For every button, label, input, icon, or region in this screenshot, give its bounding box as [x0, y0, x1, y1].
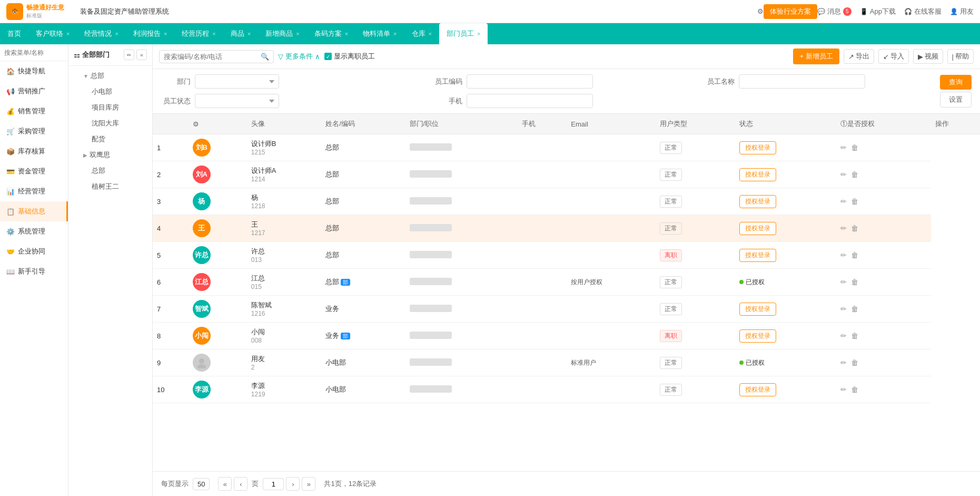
nav-tab-profit[interactable]: 利润报告×	[126, 23, 174, 44]
online-service-btn[interactable]: 🎧 在线客服	[904, 7, 942, 16]
edit-icon[interactable]: ✏	[840, 332, 847, 340]
nav-tab-close-newgoods[interactable]: ×	[296, 31, 299, 37]
sidebar-item-marketing[interactable]: 📢营销推广	[0, 81, 68, 101]
authorize-btn[interactable]: 授权登录	[739, 222, 776, 235]
sidebar-item-sales[interactable]: 💰销售管理	[0, 101, 68, 121]
edit-icon[interactable]: ✏	[840, 251, 847, 259]
search-input[interactable]	[164, 53, 259, 61]
sidebar-item-purchase[interactable]: 🛒采购管理	[0, 121, 68, 141]
delete-icon[interactable]: 🗑	[851, 224, 858, 232]
view-btn[interactable]: ▶ 视频	[913, 49, 943, 64]
show-resigned-toggle[interactable]: ✓ 显示离职员工	[324, 52, 375, 61]
dept-node-bufuwangz[interactable]: 植树王二	[68, 179, 152, 194]
add-employee-button[interactable]: + 新增员工	[793, 48, 839, 64]
dept-node-shuangyinsi[interactable]: ▶双鹰思	[68, 147, 152, 163]
first-page-btn[interactable]: «	[218, 477, 232, 491]
nav-tab-close-business[interactable]: ×	[115, 31, 118, 37]
nav-tab-close-employee[interactable]: ×	[477, 31, 480, 37]
sidebar-item-basic[interactable]: 📋基础信息	[0, 201, 68, 221]
sidebar-item-quick[interactable]: 🏠快捷导航	[0, 61, 68, 81]
dept-node-zongbu2[interactable]: 总部	[68, 163, 152, 179]
trial-button[interactable]: 体验行业方案	[764, 4, 817, 19]
import-btn[interactable]: ↙ 导入	[878, 49, 909, 64]
authorize-btn[interactable]: 授权登录	[739, 195, 776, 208]
dept-edit-btn[interactable]: ✏	[124, 50, 134, 60]
nav-tab-close-barcode[interactable]: ×	[345, 31, 348, 37]
code-input[interactable]	[467, 74, 593, 89]
th-name[interactable]: 姓名/编码	[321, 114, 405, 134]
nav-tab-newgoods[interactable]: 新增商品×	[258, 23, 306, 44]
edit-icon[interactable]: ✏	[840, 170, 847, 179]
authorize-btn[interactable]: 授权登录	[739, 168, 776, 181]
delete-icon[interactable]: 🗑	[851, 385, 858, 394]
nav-tab-warehouse[interactable]: 仓库×	[404, 23, 439, 44]
th-dept[interactable]: 部门/职位	[405, 114, 518, 134]
dept-all-btn[interactable]: ⚏ 全部部门	[74, 50, 110, 60]
page-number-input[interactable]	[263, 478, 284, 490]
sidebar-item-system[interactable]: ⚙️系统管理	[0, 221, 68, 241]
dept-collapse-btn[interactable]: «	[136, 50, 147, 60]
delete-icon[interactable]: 🗑	[851, 197, 858, 206]
nav-tab-bizflow[interactable]: 经营历程×	[174, 23, 223, 44]
dept-node-shenyangdajian[interactable]: 沈阳大库	[68, 115, 152, 131]
edit-icon[interactable]: ✏	[840, 278, 847, 286]
dept-node-xiangmujufang[interactable]: 项目库房	[68, 100, 152, 115]
sidebar-item-stock[interactable]: 📦库存核算	[0, 141, 68, 161]
nav-tab-close-warehouse[interactable]: ×	[429, 31, 432, 37]
sidebar-item-collab[interactable]: 🤝企业协同	[0, 241, 68, 261]
sidebar-search-input[interactable]	[4, 49, 68, 56]
status-select[interactable]	[195, 94, 279, 108]
dept-node-zongbu[interactable]: ▼总部	[68, 68, 152, 84]
sidebar-item-ops[interactable]: 📊经营管理	[0, 181, 68, 201]
authorize-btn[interactable]: 授权登录	[739, 383, 776, 396]
sidebar-item-finance[interactable]: 💳资金管理	[0, 161, 68, 181]
nav-tab-close-bizflow[interactable]: ×	[212, 31, 215, 37]
sidebar-item-guide[interactable]: 📖新手引导	[0, 261, 68, 281]
delete-icon[interactable]: 🗑	[851, 305, 858, 313]
authorize-btn[interactable]: 授权登录	[739, 303, 776, 316]
delete-icon[interactable]: 🗑	[851, 251, 858, 259]
nav-tab-close-customer[interactable]: ×	[66, 31, 70, 37]
edit-icon[interactable]: ✏	[840, 305, 847, 313]
edit-icon[interactable]: ✏	[840, 358, 847, 367]
delete-icon[interactable]: 🗑	[851, 278, 858, 286]
phone-input[interactable]	[467, 94, 593, 108]
delete-icon[interactable]: 🗑	[851, 358, 858, 367]
nav-tab-customer[interactable]: 客户联络×	[28, 23, 77, 44]
authorize-btn[interactable]: 授权登录	[739, 249, 776, 262]
next-page-btn[interactable]: ›	[286, 477, 300, 491]
delete-icon[interactable]: 🗑	[851, 143, 858, 152]
dept-select[interactable]	[195, 74, 279, 89]
export-btn[interactable]: ↗ 导出	[844, 49, 874, 64]
more-filters-btn[interactable]: ▽ 更多条件 ∧	[278, 52, 320, 61]
help-btn[interactable]: | 帮助	[947, 49, 974, 64]
page-size-select[interactable]: 50	[193, 478, 210, 490]
edit-icon[interactable]: ✏	[840, 385, 847, 394]
nav-tab-goods[interactable]: 商品×	[223, 23, 258, 44]
set-button[interactable]: 设置	[940, 92, 972, 108]
delete-icon[interactable]: 🗑	[851, 332, 858, 340]
nav-tab-business[interactable]: 经营情况×	[77, 23, 125, 44]
nav-tab-close-material[interactable]: ×	[393, 31, 397, 37]
th-phone[interactable]: 手机	[518, 114, 567, 134]
dept-node-peihuo[interactable]: 配货	[68, 131, 152, 147]
prev-page-btn[interactable]: ‹	[234, 477, 248, 491]
authorize-btn[interactable]: 授权登录	[739, 329, 776, 343]
edit-icon[interactable]: ✏	[840, 224, 847, 232]
nav-tab-material[interactable]: 物料清单×	[355, 23, 404, 44]
search-icon-btn[interactable]: 🔍	[261, 53, 269, 61]
message-btn[interactable]: 💬 消息 5	[817, 7, 852, 16]
nav-tab-home[interactable]: 首页	[0, 23, 28, 44]
delete-icon[interactable]: 🗑	[851, 170, 858, 179]
nav-tab-close-goods[interactable]: ×	[248, 31, 251, 37]
app-download-btn[interactable]: 📱 App下载	[860, 7, 896, 16]
edit-icon[interactable]: ✏	[840, 143, 847, 152]
name-input[interactable]	[739, 74, 865, 89]
user-avatar[interactable]: 👤 用友	[950, 7, 974, 16]
nav-tab-employee[interactable]: 部门员工×	[439, 23, 488, 44]
nav-tab-barcode[interactable]: 条码方案×	[307, 23, 355, 44]
edit-icon[interactable]: ✏	[840, 197, 847, 206]
nav-tab-close-profit[interactable]: ×	[164, 31, 167, 37]
query-button[interactable]: 查询	[940, 75, 972, 90]
gear-icon[interactable]: ⚙	[757, 7, 764, 15]
